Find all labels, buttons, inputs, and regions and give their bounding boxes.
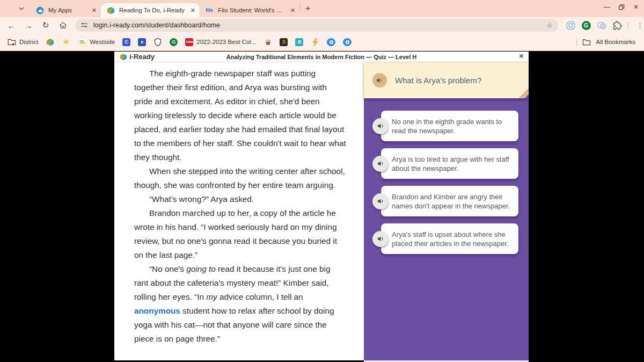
letter-e-icon: e (138, 38, 146, 46)
answer-audio-button[interactable] (372, 231, 389, 247)
sidepanel-extension-icon[interactable] (597, 20, 606, 30)
folder-icon (582, 39, 591, 46)
bookmark-clever[interactable]: C (122, 38, 130, 46)
bookmarks-bar: District ★ IXL Westside C e G USN 2022-2… (0, 33, 644, 51)
bookmark-ed[interactable]: e (138, 38, 146, 46)
filo-icon: filo (205, 6, 214, 15)
tab-close-icon[interactable]: ✕ (290, 7, 295, 14)
grammarly-extension-icon[interactable]: G (581, 20, 591, 30)
lightning-icon (311, 38, 319, 46)
answer-text: Arya is too tired to argue with her staf… (392, 155, 512, 173)
passage-paragraph: The eighth-grade newspaper staff was put… (134, 67, 347, 164)
page-background: Analyzing Traditional Elements in Modern… (0, 51, 644, 362)
minimize-button[interactable]: — (604, 3, 610, 11)
all-bookmarks[interactable]: All Bookmarks (576, 38, 636, 46)
letter-s-icon: S (280, 38, 288, 46)
circle-o-icon (327, 38, 335, 46)
reload-button[interactable]: ↻ (40, 20, 52, 30)
restore-button[interactable] (619, 4, 625, 10)
quiz-header: Analyzing Traditional Elements in Modern… (114, 52, 529, 62)
passage: The eighth-grade newspaper staff was put… (114, 62, 364, 360)
quiz-close-icon[interactable]: ✕ (518, 52, 524, 60)
tab-label: Filo Student: World's Only Live (218, 7, 286, 13)
passage-paragraph: When she stepped into the writing center… (134, 164, 347, 192)
bookmark-district-folder[interactable]: District (8, 38, 38, 46)
answer-audio-button[interactable] (372, 193, 389, 209)
answer-choice-1[interactable]: No one in the eighth grade wants to read… (381, 111, 518, 141)
answer-text: No one in the eighth grade wants to read… (392, 117, 512, 135)
toolbar-separator (628, 21, 628, 29)
new-tab-button[interactable]: + (305, 4, 310, 13)
bookmark-iready[interactable] (46, 38, 54, 46)
answer-choices: No one in the eighth grade wants to read… (364, 98, 529, 254)
tab-my-apps[interactable]: My Apps ✕ (30, 3, 101, 17)
question-header: What is Arya's problem? (364, 62, 529, 98)
tab-label: My Apps (48, 7, 87, 13)
shield-extension-icon[interactable] (566, 20, 575, 30)
answer-choice-4[interactable]: Arya's staff is upset about where she pl… (381, 223, 518, 254)
tab-iready-active[interactable]: Reading To Do, i-Ready ✕ (101, 3, 200, 17)
bookmark-ixl-westside[interactable]: IXL Westside (78, 38, 115, 46)
cupcake-icon (264, 38, 272, 46)
classlink-cloud-icon (35, 6, 44, 15)
window-controls: — ✕ (604, 3, 639, 11)
bookmark-label: District (19, 39, 38, 45)
tab-strip: My Apps ✕ Reading To Do, i-Ready ✕ filo … (0, 0, 644, 17)
site-settings-icon[interactable] (80, 21, 88, 29)
ixl-icon: IXL (78, 38, 86, 46)
shield-outline-icon (153, 38, 162, 46)
chrome-menu-icon[interactable]: ⋮ (636, 21, 643, 30)
bookmark-s-site[interactable]: S (280, 38, 288, 46)
bookmark-star-icon[interactable]: ☆ (546, 21, 553, 30)
back-button[interactable]: ← (5, 21, 17, 30)
question-audio-button[interactable] (372, 73, 387, 88)
browser-toolbar: ← → ↻ login.i-ready.com/student/dashboar… (0, 17, 644, 33)
iready-cube-icon (46, 38, 54, 46)
usn-icon: USN (185, 38, 193, 46)
bookmark-lightning[interactable] (311, 38, 319, 46)
forward-button[interactable]: → (23, 21, 34, 30)
passage-paragraph: Brandon marched up to her, a copy of the… (134, 206, 347, 262)
tab-close-icon[interactable]: ✕ (92, 7, 97, 14)
iready-cube-icon (106, 6, 115, 15)
letter-g-icon: G (170, 38, 178, 46)
extension-icons: G ⋮ (566, 20, 643, 30)
bookmark-o-site-2[interactable] (343, 38, 352, 46)
tab-label: Reading To Do, i-Ready (119, 7, 186, 13)
screen: My Apps ✕ Reading To Do, i-Ready ✕ filo … (0, 0, 644, 362)
iready-quiz-window: Analyzing Traditional Elements in Modern… (114, 52, 529, 360)
vocab-link-anonymous[interactable]: anonymous (134, 306, 180, 315)
bookmark-star[interactable]: ★ (62, 38, 70, 46)
bookmark-label: 2022-2023 Best Col... (196, 39, 256, 45)
answer-choice-2[interactable]: Arya is too tired to argue with her staf… (381, 148, 518, 179)
answer-choice-3[interactable]: Brandon and Kimber are angry their names… (381, 186, 518, 216)
bookmark-grammarly[interactable]: G (170, 38, 178, 46)
managed-folder-icon (8, 38, 16, 46)
home-button[interactable] (57, 21, 69, 30)
passage-paragraph: “No one's going to read it because it's … (134, 262, 347, 346)
bookmarks-separator (576, 38, 577, 46)
bookmark-usnews[interactable]: USN 2022-2023 Best Col... (185, 38, 256, 46)
answer-audio-button[interactable] (372, 118, 389, 134)
star-icon: ★ (62, 38, 70, 46)
url-text[interactable]: login.i-ready.com/student/dashboard/home (93, 21, 546, 29)
tab-search-chevron-icon[interactable] (16, 3, 27, 14)
answer-text: Arya's staff is upset about where she pl… (392, 230, 512, 248)
quiz-title: Analyzing Traditional Elements in Modern… (114, 54, 529, 60)
question-panel: What is Arya's problem? No one in the ei… (364, 62, 529, 360)
bookmark-blooket[interactable]: B (295, 38, 303, 46)
close-window-button[interactable]: ✕ (633, 3, 639, 11)
tab-separator (299, 3, 300, 12)
bookmark-cupcake[interactable] (264, 38, 272, 46)
passage-paragraph: “What's wrong?” Arya asked. (134, 192, 347, 206)
circle-o-icon (343, 38, 352, 46)
answer-audio-button[interactable] (372, 156, 389, 172)
bookmark-shield[interactable] (153, 38, 162, 46)
extensions-puzzle-icon[interactable] (612, 20, 622, 30)
tab-filo[interactable]: filo Filo Student: World's Only Live ✕ (200, 3, 299, 17)
italic-text: going to (186, 264, 215, 273)
tab-close-icon[interactable]: ✕ (191, 7, 195, 14)
answer-text: Brandon and Kimber are angry their names… (392, 192, 512, 211)
address-bar[interactable]: login.i-ready.com/student/dashboard/home… (75, 19, 558, 32)
bookmark-o-site-1[interactable] (327, 38, 335, 46)
